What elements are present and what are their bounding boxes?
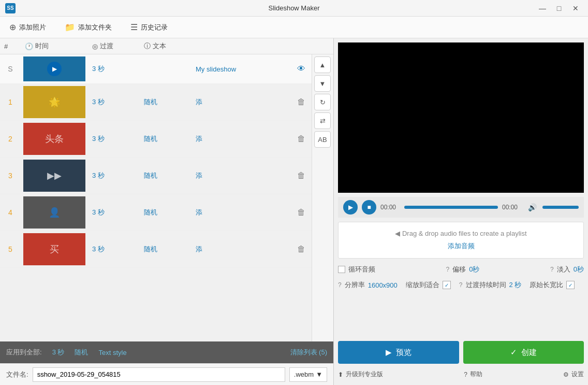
delete-slide-1[interactable]: 🗑 <box>295 95 307 109</box>
intro-time[interactable]: 3 秒 <box>88 64 140 74</box>
slide-time-1[interactable]: 3 秒 <box>88 97 140 107</box>
create-button[interactable]: ✓ 创建 <box>463 341 584 364</box>
delete-slide-2[interactable]: 🗑 <box>295 132 307 146</box>
create-label: 创建 <box>521 348 537 358</box>
help-button[interactable]: ? 帮助 <box>464 370 482 379</box>
clock-icon: 🕐 <box>25 42 33 50</box>
bottom-links: ⬆ 升级到专业版 ? 帮助 ⚙ 设置 <box>338 368 584 381</box>
slide-num-4: 4 <box>0 208 21 217</box>
audio-drop-text: ◀ Drag & drop audio files to create a pl… <box>346 230 576 237</box>
slide-time-4[interactable]: 3 秒 <box>88 208 140 217</box>
add-photo-button[interactable]: ⊕ 添加照片 <box>5 20 50 34</box>
add-audio-link[interactable]: 添加音频 <box>448 242 475 250</box>
upgrade-icon: ⬆ <box>338 371 343 378</box>
resolution-label: 分辨率 <box>345 280 365 290</box>
filename-input[interactable] <box>33 367 285 382</box>
ext-selector[interactable]: .webm ▼ <box>289 367 327 382</box>
thumb-content-2: 头条 <box>45 133 64 145</box>
slide-text-2[interactable]: 添 <box>192 134 291 144</box>
slide-row: 1 🌟 3 秒 随机 添 🗑 <box>0 84 312 121</box>
apply-text-style[interactable]: Text style <box>98 349 126 357</box>
slide-actions-2: 🗑 <box>291 132 312 146</box>
add-photo-icon: ⊕ <box>9 22 16 32</box>
shuffle-button[interactable]: ⇄ <box>314 112 331 129</box>
thumb-content-1: 🌟 <box>49 96 60 108</box>
offset-value[interactable]: 0秒 <box>469 265 479 274</box>
history-button[interactable]: ☰ 历史记录 <box>126 20 172 34</box>
time-total: 00:00 <box>502 204 522 211</box>
duration-value[interactable]: 2 秒 <box>509 280 522 290</box>
delete-slide-4[interactable]: 🗑 <box>295 206 307 219</box>
move-down-button[interactable]: ▼ <box>314 75 331 92</box>
slide-time-5[interactable]: 3 秒 <box>88 245 140 254</box>
loop-audio-checkbox[interactable] <box>338 266 345 273</box>
slide-transition-4[interactable]: 随机 <box>140 208 192 217</box>
apply-time[interactable]: 3 秒 <box>52 348 65 357</box>
history-label: 历史记录 <box>141 23 168 32</box>
filename-bar: 文件名: .webm ▼ <box>0 363 333 385</box>
progress-bar[interactable] <box>404 206 498 209</box>
slide-text-4[interactable]: 添 <box>192 208 291 217</box>
slide-text-3[interactable]: 添 <box>192 171 291 180</box>
apply-transition[interactable]: 随机 <box>75 348 88 357</box>
thumb-content-4: 👤 <box>49 207 60 218</box>
ratio-checkbox[interactable]: ✓ <box>566 281 575 289</box>
intro-text: My slideshow <box>192 65 291 73</box>
slide-transition-5[interactable]: 随机 <box>140 245 192 254</box>
maximize-button[interactable]: □ <box>552 3 566 14</box>
col-transition: ◎ 过渡 <box>88 41 140 51</box>
quality-settings-row: ? 分辨率 1600x900 缩放到适合 ✓ ? 过渡持续时间 2 秒 原始长宽… <box>338 280 584 290</box>
stop-button[interactable]: ■ <box>362 200 376 215</box>
intro-thumb-image: ▶ <box>23 56 85 81</box>
slide-actions-3: 🗑 <box>291 169 312 182</box>
text-col-icon: ⓘ <box>144 41 151 51</box>
volume-bar[interactable] <box>542 206 579 209</box>
play-button[interactable]: ▶ <box>343 200 358 215</box>
preview-button[interactable]: ▶ 预览 <box>338 341 459 364</box>
slide-text-1[interactable]: 添 <box>192 97 291 107</box>
clear-list-button[interactable]: 清除列表 (5) <box>290 348 328 357</box>
slide-row: 2 头条 3 秒 随机 添 🗑 <box>0 121 312 158</box>
help-icon: ? <box>464 371 467 378</box>
settings-label: 设置 <box>571 370 584 379</box>
left-panel: # 🕐 时间 ◎ 过渡 ⓘ 文本 S <box>0 38 334 385</box>
resolution-item: ? 分辨率 1600x900 <box>338 280 398 290</box>
resolution-value[interactable]: 1600x900 <box>368 281 398 289</box>
slide-transition-2[interactable]: 随机 <box>140 134 192 144</box>
apply-label: 应用到全部: <box>6 348 42 357</box>
delete-slide-5[interactable]: 🗑 <box>295 243 307 256</box>
volume-icon[interactable]: 🔊 <box>526 201 538 213</box>
move-up-button[interactable]: ▲ <box>314 56 331 73</box>
slide-text-5[interactable]: 添 <box>192 245 291 254</box>
slide-transition-3[interactable]: 随机 <box>140 171 192 180</box>
close-button[interactable]: ✕ <box>568 3 583 14</box>
resolution-help-icon: ? <box>338 281 342 289</box>
intro-actions: 👁 <box>291 62 312 76</box>
ratio-item: 原始长宽比 ✓ <box>530 280 575 290</box>
loop-audio-item: 循环音频 <box>338 265 375 274</box>
slide-time-3[interactable]: 3 秒 <box>88 171 140 180</box>
settings-button[interactable]: ⚙ 设置 <box>563 370 584 379</box>
thumb-image-4: 👤 <box>23 196 85 229</box>
audio-settings-row: 循环音频 ? 偏移 0秒 ? 淡入 0秒 <box>338 263 584 276</box>
preview-play-icon: ▶ <box>386 348 392 357</box>
minimize-button[interactable]: — <box>535 3 550 14</box>
scale-item: 缩放到适合 ✓ <box>406 280 451 290</box>
slide-transition-1[interactable]: 随机 <box>140 97 192 107</box>
intro-eye-button[interactable]: 👁 <box>295 62 307 76</box>
intro-text-link[interactable]: My slideshow <box>196 65 236 73</box>
video-preview <box>338 42 584 193</box>
upgrade-button[interactable]: ⬆ 升级到专业版 <box>338 370 383 379</box>
thumb-image-3: ▶▶ <box>23 160 85 192</box>
scale-checkbox[interactable]: ✓ <box>443 281 451 289</box>
ab-button[interactable]: AB <box>314 131 331 148</box>
add-folder-button[interactable]: 📁 添加文件夹 <box>61 20 116 34</box>
time-current: 00:00 <box>380 204 400 211</box>
delete-slide-3[interactable]: 🗑 <box>295 169 307 182</box>
add-folder-icon: 📁 <box>65 22 75 32</box>
slide-time-2[interactable]: 3 秒 <box>88 134 140 144</box>
rotate-button[interactable]: ↻ <box>314 94 331 110</box>
loop-audio-label: 循环音频 <box>348 265 375 274</box>
fadein-value[interactable]: 0秒 <box>574 265 584 274</box>
title-bar-left: SS <box>5 3 16 13</box>
